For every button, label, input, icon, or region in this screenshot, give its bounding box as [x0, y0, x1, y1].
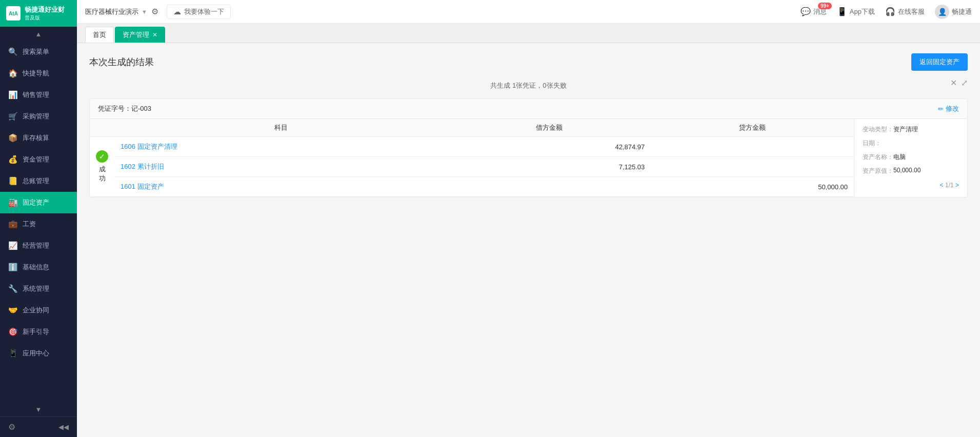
topbar: 医疗器械行业演示 ▼ ⚙ ☁ 我要体验一下 💬 消息 99+ 📱 App下载 🎧… — [77, 0, 980, 24]
sidebar-item-enterprise[interactable]: 🤝 企业协同 — [0, 300, 77, 321]
sidebar-scroll-down[interactable]: ▼ — [0, 402, 77, 416]
prev-page-icon[interactable]: < — [940, 182, 944, 189]
table-row: 1601 固定资产 50,000.00 — [90, 177, 854, 197]
sidebar-logo: AtA 畅捷通好业财 普及版 — [0, 0, 77, 27]
subject-cell[interactable]: 1606 固定资产清理 — [114, 137, 448, 157]
date-row: 日期： — [863, 139, 959, 148]
sidebar-item-guide[interactable]: 🎯 新手引导 — [0, 321, 77, 343]
voucher-table: 科目 借方金额 贷方金额 ✓ 成功 1606 固定资 — [90, 119, 854, 197]
sidebar-item-sales[interactable]: 📊 销售管理 — [0, 84, 77, 106]
settings-bottom-icon[interactable]: ⚙ — [8, 422, 15, 432]
close-panel-button[interactable]: ✕ — [950, 78, 957, 88]
change-type-value: 资产清理 — [893, 125, 918, 134]
page-header: 本次生成的结果 返回固定资产 — [89, 53, 968, 71]
sidebar-item-purchase[interactable]: 🛒 采购管理 — [0, 106, 77, 127]
message-button[interactable]: 💬 消息 99+ — [801, 7, 827, 16]
chevron-down-icon: ▼ — [142, 9, 147, 15]
success-status-cell: ✓ 成功 — [90, 137, 114, 197]
wrench-icon: 🔧 — [8, 284, 17, 293]
cart-icon: 🛒 — [8, 112, 17, 121]
tab-close-icon[interactable]: ✕ — [152, 31, 157, 38]
target-icon: 🎯 — [8, 327, 17, 336]
sidebar: AtA 畅捷通好业财 普及版 ▲ 🔍 搜索菜单 🏠 快捷导航 📊 销售管理 🛒 … — [0, 0, 77, 437]
asset-name-row: 资产名称： 电脑 — [863, 153, 959, 162]
debit-cell: 42,874.97 — [448, 137, 651, 157]
main-area: 医疗器械行业演示 ▼ ⚙ ☁ 我要体验一下 💬 消息 99+ 📱 App下载 🎧… — [77, 0, 980, 437]
collapse-icon[interactable]: ◀◀ — [58, 423, 69, 431]
edit-icon: ✏ — [938, 105, 944, 113]
sidebar-item-quick-nav[interactable]: 🏠 快捷导航 — [0, 63, 77, 84]
sidebar-item-ledger[interactable]: 📒 总账管理 — [0, 170, 77, 192]
th-subject: 科目 — [114, 119, 448, 137]
sidebar-nav: 🔍 搜索菜单 🏠 快捷导航 📊 销售管理 🛒 采购管理 📦 库存核算 💰 资金管… — [0, 41, 77, 402]
result-summary: 共生成 1张凭证，0张失败 — [89, 81, 968, 90]
ledger-icon: 📒 — [8, 176, 17, 186]
success-icon: ✓ — [96, 150, 108, 163]
th-credit: 贷方金额 — [651, 119, 854, 137]
sidebar-item-operations[interactable]: 📈 经营管理 — [0, 235, 77, 256]
trending-icon: 📈 — [8, 241, 17, 250]
subject-cell[interactable]: 1601 固定资产 — [114, 177, 448, 197]
voucher-side-info: 变动类型： 资产清理 日期： 资产名称： 电脑 资产原值： 50,000.00 — [854, 119, 967, 197]
voucher-header: 凭证字号：记-003 ✏ 修改 — [90, 99, 967, 119]
box-icon: 📦 — [8, 133, 17, 143]
handshake-icon: 🤝 — [8, 306, 17, 315]
credit-cell — [651, 137, 854, 157]
return-fixed-assets-button[interactable]: 返回固定资产 — [911, 53, 968, 71]
asset-name-value: 电脑 — [893, 153, 906, 162]
user-menu[interactable]: 👤 畅捷通 — [935, 5, 972, 19]
sidebar-item-search[interactable]: 🔍 搜索菜单 — [0, 41, 77, 63]
change-type-row: 变动类型： 资产清理 — [863, 125, 959, 134]
person-icon: 👤 — [938, 8, 947, 16]
original-value-row: 资产原值： 50,000.00 — [863, 167, 959, 175]
sidebar-scroll-up[interactable]: ▲ — [0, 27, 77, 41]
avatar: 👤 — [935, 5, 949, 19]
tab-home[interactable]: 首页 — [85, 27, 114, 43]
voucher-number: 凭证字号：记-003 — [98, 104, 151, 113]
factory-icon: 🏭 — [8, 198, 17, 207]
mobile-icon: 📱 — [8, 349, 17, 358]
sidebar-item-inventory[interactable]: 📦 库存核算 — [0, 127, 77, 149]
voucher-table-area: 科目 借方金额 贷方金额 ✓ 成功 1606 固定资 — [90, 119, 854, 197]
change-type-label: 变动类型： — [863, 125, 893, 134]
subject-cell[interactable]: 1602 累计折旧 — [114, 157, 448, 177]
sidebar-item-basic-info[interactable]: ℹ️ 基础信息 — [0, 256, 77, 278]
money-icon: 💰 — [8, 155, 17, 164]
expand-panel-button[interactable]: ⤢ — [961, 78, 968, 88]
side-pagination: < 1/1 > — [863, 182, 959, 189]
credit-cell: 50,000.00 — [651, 177, 854, 197]
nav-tabs: 首页 资产管理 ✕ — [77, 24, 980, 43]
gear-icon[interactable]: ⚙ — [151, 7, 158, 16]
credit-cell — [651, 157, 854, 177]
sidebar-item-payroll[interactable]: 💼 工资 — [0, 213, 77, 235]
tab-asset-management[interactable]: 资产管理 ✕ — [115, 27, 165, 43]
briefcase-icon: 💼 — [8, 220, 17, 229]
sidebar-item-fixed-assets[interactable]: 🏭 固定资产 — [0, 192, 77, 213]
table-row: ✓ 成功 1606 固定资产清理 42,874.97 — [90, 137, 854, 157]
edit-button[interactable]: ✏ 修改 — [938, 104, 959, 113]
headset-icon: 🎧 — [885, 7, 895, 16]
voucher-card: 凭证字号：记-003 ✏ 修改 科目 借方金额 — [89, 98, 968, 197]
topbar-right: 💬 消息 99+ 📱 App下载 🎧 在线客服 👤 畅捷通 — [801, 5, 972, 19]
app-download-button[interactable]: 📱 App下载 — [837, 7, 875, 16]
table-row: 1602 累计折旧 7,125.03 — [90, 157, 854, 177]
page-title: 本次生成的结果 — [89, 56, 154, 68]
voucher-body: 科目 借方金额 贷方金额 ✓ 成功 1606 固定资 — [90, 119, 967, 197]
info-icon: ℹ️ — [8, 263, 17, 272]
sidebar-item-app-center[interactable]: 📱 应用中心 — [0, 343, 77, 364]
debit-cell — [448, 177, 651, 197]
search-icon: 🔍 — [8, 47, 17, 56]
app-logo-text: 畅捷通好业财 普及版 — [25, 6, 65, 21]
sidebar-item-system[interactable]: 🔧 系统管理 — [0, 278, 77, 300]
company-selector[interactable]: 医疗器械行业演示 ▼ — [85, 7, 147, 16]
sidebar-bottom: ⚙ ◀◀ — [0, 416, 77, 437]
experience-button[interactable]: ☁ 我要体验一下 — [167, 5, 231, 19]
customer-service-button[interactable]: 🎧 在线客服 — [885, 7, 925, 16]
cloud-icon: ☁ — [173, 7, 181, 16]
app-logo-icon: AtA — [6, 6, 21, 21]
topbar-left: 医疗器械行业演示 ▼ ⚙ ☁ 我要体验一下 — [85, 5, 794, 19]
sidebar-item-funds[interactable]: 💰 资金管理 — [0, 149, 77, 170]
next-page-icon[interactable]: > — [955, 182, 959, 189]
message-icon: 💬 — [801, 7, 811, 16]
download-icon: 📱 — [837, 7, 847, 16]
